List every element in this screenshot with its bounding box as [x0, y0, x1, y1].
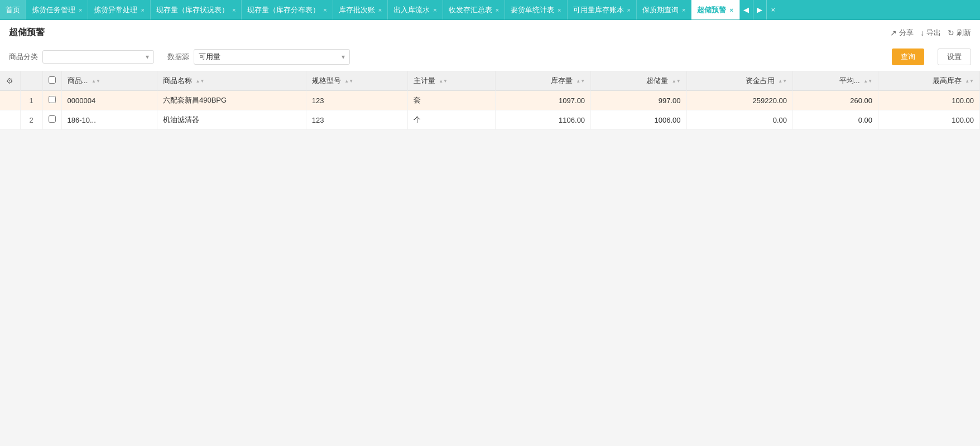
category-label: 商品分类 [9, 52, 38, 62]
row-code: 0000004 [61, 91, 157, 110]
sort-avg-icon: ▲▼ [863, 79, 872, 84]
close-quality-check[interactable]: × [682, 7, 685, 13]
nav-close-all[interactable]: × [766, 0, 780, 20]
close-stock-status[interactable]: × [232, 7, 236, 13]
sort-capital-icon: ▲▼ [778, 79, 787, 84]
datasource-filter-group: 数据源 可用量 ▾ [167, 49, 350, 65]
nav-avail-stock[interactable]: 可用量库存账本 × [568, 0, 637, 20]
refresh-button[interactable]: ↻ 刷新 [948, 28, 971, 38]
sort-unit-icon: ▲▼ [439, 79, 448, 84]
col-header-gear[interactable]: ⚙ [0, 71, 20, 91]
row-unit: 套 [407, 91, 495, 110]
row-avg: 260.00 [793, 91, 878, 110]
category-filter-group: 商品分类 ▾ [9, 50, 154, 64]
col-header-spec[interactable]: 规格型号 ▲▼ [306, 71, 407, 91]
row-code: 186-10... [61, 110, 157, 130]
sort-maxstock-icon: ▲▼ [965, 79, 974, 84]
nav-overstock-warn[interactable]: 超储预警 × [691, 0, 739, 20]
share-icon: ↗ [890, 28, 897, 37]
col-header-maxstock[interactable]: 最高库存 ▲▼ [878, 71, 980, 91]
nav-quality-check[interactable]: 保质期查询 × [637, 0, 691, 20]
sort-stock-icon: ▲▼ [576, 79, 585, 84]
row-checkbox[interactable] [49, 115, 56, 123]
datasource-value: 可用量 [199, 52, 220, 62]
row-stock: 1106.00 [495, 110, 590, 130]
nav-stock-dist[interactable]: 现存量（库存分布表） × [242, 0, 333, 20]
col-header-avg[interactable]: 平均... ▲▼ [793, 71, 878, 91]
overstock-table: ⚙ 商品... ▲▼ 商品名称 ▲▼ 规格型号 ▲▼ [0, 71, 980, 130]
nav-scroll-right[interactable]: ▶ [753, 0, 766, 20]
sort-spec-icon: ▲▼ [344, 79, 353, 84]
close-pawn-abnormal[interactable]: × [141, 7, 144, 13]
nav-scroll-left[interactable]: ◀ [739, 0, 753, 20]
close-pawn-task[interactable]: × [79, 7, 82, 13]
query-button[interactable]: 查询 [892, 49, 924, 65]
settings-button[interactable]: 设置 [938, 49, 971, 65]
row-checkbox[interactable] [49, 96, 56, 103]
row-gear-cell [0, 110, 20, 130]
filter-area: 商品分类 ▾ 数据源 可用量 ▾ 查询 设置 [0, 43, 980, 71]
nav-stock-status[interactable]: 现存量（库存状况表） × [151, 0, 242, 20]
row-overstock: 997.00 [591, 91, 686, 110]
col-header-unit[interactable]: 主计量 ▲▼ [407, 71, 495, 91]
sort-name-icon: ▲▼ [196, 79, 205, 84]
row-capital: 0.00 [686, 110, 793, 130]
row-name: 机油滤清器 [157, 110, 306, 130]
top-navigation: 首页 拣货任务管理 × 拣货异常处理 × 现存量（库存状况表） × 现存量（库存… [0, 0, 980, 20]
close-order-stat[interactable]: × [558, 7, 561, 13]
nav-receive-send[interactable]: 收发存汇总表 × [443, 0, 505, 20]
table-row: 2 186-10... 机油滤清器 123 个 1106.00 1006.00 … [0, 110, 980, 130]
table-header-row: ⚙ 商品... ▲▼ 商品名称 ▲▼ 规格型号 ▲▼ [0, 71, 980, 91]
datasource-chevron-icon: ▾ [342, 53, 345, 61]
export-icon: ↓ [920, 28, 924, 37]
row-checkbox-cell[interactable] [42, 91, 61, 110]
refresh-icon: ↻ [948, 28, 954, 37]
row-avg: 0.00 [793, 110, 878, 130]
col-header-code[interactable]: 商品... ▲▼ [61, 71, 157, 91]
page-header: 超储预警 ↗ 分享 ↓ 导出 ↻ 刷新 [0, 20, 980, 43]
row-stock: 1097.00 [495, 91, 590, 110]
header-actions: ↗ 分享 ↓ 导出 ↻ 刷新 [890, 28, 971, 38]
page-title: 超储预警 [9, 27, 45, 38]
row-unit: 个 [407, 110, 495, 130]
row-number: 1 [20, 91, 42, 110]
col-header-stock[interactable]: 库存量 ▲▼ [495, 71, 590, 91]
close-avail-stock[interactable]: × [627, 7, 631, 13]
row-name: 六配套新昌490BPG [157, 91, 306, 110]
row-gear-cell [0, 91, 20, 110]
close-stock-batch[interactable]: × [378, 7, 382, 13]
col-header-name[interactable]: 商品名称 ▲▼ [157, 71, 306, 91]
nav-in-out-flow[interactable]: 出入库流水 × [388, 0, 443, 20]
col-header-capital[interactable]: 资金占用 ▲▼ [686, 71, 793, 91]
table-row: 1 0000004 六配套新昌490BPG 123 套 1097.00 997.… [0, 91, 980, 110]
gear-settings-icon[interactable]: ⚙ [6, 76, 13, 85]
row-number: 2 [20, 110, 42, 130]
close-in-out-flow[interactable]: × [433, 7, 436, 13]
share-button[interactable]: ↗ 分享 [890, 28, 914, 38]
col-header-overstock[interactable]: 超储量 ▲▼ [591, 71, 686, 91]
chevron-down-icon: ▾ [146, 53, 149, 61]
row-maxstock: 100.00 [878, 110, 980, 130]
category-select[interactable]: ▾ [42, 50, 154, 64]
close-stock-dist[interactable]: × [323, 7, 326, 13]
col-header-checkbox[interactable] [42, 71, 61, 91]
row-capital: 259220.00 [686, 91, 793, 110]
close-receive-send[interactable]: × [496, 7, 499, 13]
nav-order-stat[interactable]: 要货单统计表 × [505, 0, 567, 20]
datasource-label: 数据源 [167, 52, 189, 62]
data-table-container: ⚙ 商品... ▲▼ 商品名称 ▲▼ 规格型号 ▲▼ [0, 71, 980, 130]
row-spec: 123 [306, 110, 407, 130]
row-spec: 123 [306, 91, 407, 110]
select-all-checkbox[interactable] [49, 76, 56, 84]
datasource-select[interactable]: 可用量 ▾ [194, 49, 350, 65]
close-overstock-warn[interactable]: × [729, 7, 733, 13]
row-checkbox-cell[interactable] [42, 110, 61, 130]
nav-pawn-abnormal[interactable]: 拣货异常处理 × [88, 0, 150, 20]
export-button[interactable]: ↓ 导出 [920, 28, 941, 38]
nav-pawn-task[interactable]: 拣货任务管理 × [26, 0, 88, 20]
row-overstock: 1006.00 [591, 110, 686, 130]
nav-home[interactable]: 首页 [0, 0, 26, 20]
row-maxstock: 100.00 [878, 91, 980, 110]
nav-stock-batch[interactable]: 库存批次账 × [333, 0, 388, 20]
sort-code-icon: ▲▼ [92, 79, 100, 84]
